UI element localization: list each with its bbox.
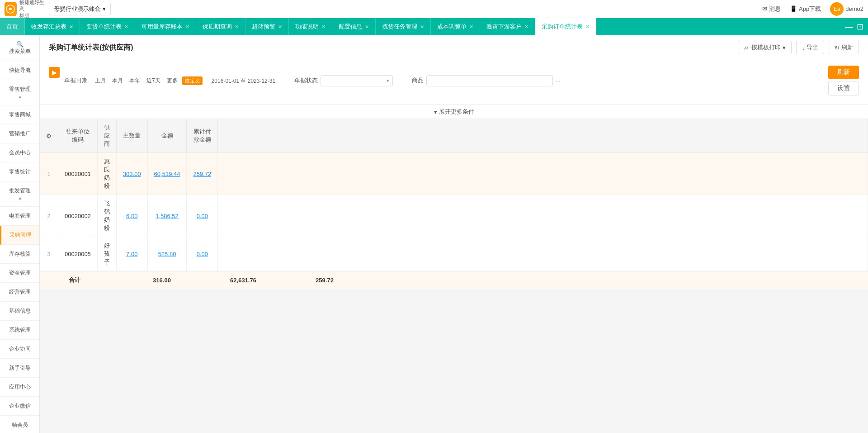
sidebar-item-lingshou-mgmt[interactable]: 零售管理 ▲	[0, 80, 39, 105]
tab-caigou-active[interactable]: 采购订单统计表 ✕	[535, 18, 596, 35]
tab-chaochuyujing[interactable]: 超储预警 ✕	[245, 18, 289, 35]
row-qty[interactable]: 7.00	[116, 237, 147, 271]
row-supplier: 惠氏奶粉	[97, 153, 116, 195]
date-shortcut-7days[interactable]: 近7天	[145, 76, 162, 86]
row-qty[interactable]: 303.00	[116, 153, 147, 195]
close-icon[interactable]: ✕	[365, 24, 369, 30]
tab-gongnengshuoming[interactable]: 功能说明 ✕	[289, 18, 332, 35]
export-icon: ↓	[802, 44, 805, 51]
sidebar-item-qiye[interactable]: 企业协同	[0, 340, 39, 359]
row-paid[interactable]: 259.72	[187, 153, 218, 195]
user-profile[interactable]: Ea demo2	[830, 2, 863, 16]
table-area: ⚙ 往来单位编码 供应商 主数量 金额 累计付款金额 1 00020001 惠氏…	[40, 119, 868, 289]
date-shortcut-this-month[interactable]: 本月	[110, 76, 125, 86]
row-paid[interactable]: 0.00	[187, 237, 218, 271]
sidebar-item-kuaijie[interactable]: 快捷导航	[0, 61, 39, 80]
date-custom-tag[interactable]: 自定义	[182, 76, 203, 85]
row-amount[interactable]: 1,586.52	[147, 195, 187, 237]
sidebar-item-kucun[interactable]: 库存核算	[0, 245, 39, 264]
workspace-selector[interactable]: 母婴行业演示账套 ▾	[49, 3, 111, 15]
filter-area: ▶ 单据日期 上月 本月 本年 近7天 更多 自定义 2016-01-01 至 …	[40, 60, 868, 105]
row-code: 00020002	[58, 195, 98, 237]
sidebar-item-search[interactable]: 🔍 搜索菜单	[0, 35, 39, 61]
tab-yaoqing[interactable]: 邀请下游客户 ✕	[480, 18, 535, 35]
refresh-button[interactable]: ↻ 刷新	[829, 41, 859, 54]
footer-label: 合计	[46, 276, 80, 284]
sidebar-item-changhui[interactable]: 畅会员	[0, 416, 39, 433]
sidebar-item-lingshou-stat[interactable]: 零售统计	[0, 162, 39, 181]
sidebar-item-jichuinfo[interactable]: 基础信息	[0, 302, 39, 321]
print-button[interactable]: 🖨 按模板打印 ▾	[738, 41, 792, 54]
close-icon[interactable]: ✕	[235, 24, 239, 30]
page-title: 采购订单统计表(按供应商)	[49, 43, 133, 52]
close-icon[interactable]: ✕	[420, 24, 424, 30]
message-button[interactable]: ✉ 消息	[762, 5, 781, 13]
date-shortcut-this-year[interactable]: 本年	[127, 76, 142, 86]
sidebar-item-yingyong[interactable]: 应用中心	[0, 378, 39, 397]
close-icon[interactable]: ✕	[124, 24, 128, 30]
row-extra	[218, 195, 868, 237]
row-amount[interactable]: 60,519.44	[147, 153, 187, 195]
close-icon[interactable]: ✕	[469, 24, 473, 30]
query-button[interactable]: 刷新	[828, 66, 859, 79]
col-gear-header: ⚙	[40, 119, 58, 153]
close-icon[interactable]: ✕	[69, 24, 73, 30]
row-code: 00020001	[58, 153, 98, 195]
sidebar-item-zijin[interactable]: 资金管理	[0, 264, 39, 283]
date-shortcuts: 上月 本月 本年 近7天 更多 自定义	[93, 76, 203, 86]
filter-row-1: 单据日期 上月 本月 本年 近7天 更多 自定义 2016-01-01 至 20…	[64, 66, 859, 95]
tab-yaohuo[interactable]: 要货单统计表 ✕	[80, 18, 135, 35]
tab-jianhuo[interactable]: 拣货任务管理 ✕	[376, 18, 431, 35]
close-icon[interactable]: ✕	[524, 24, 528, 30]
status-filter: 单据状态	[294, 75, 393, 86]
logo-icon	[5, 2, 17, 16]
row-amount[interactable]: 525.80	[147, 237, 187, 271]
tab-chengben[interactable]: 成本调整单 ✕	[431, 18, 480, 35]
filter-toggle-button[interactable]: ▶	[49, 67, 60, 78]
status-select[interactable]	[321, 75, 393, 86]
close-icon[interactable]: ✕	[585, 24, 590, 30]
avatar: Ea	[830, 2, 844, 16]
sidebar-item-xitong[interactable]: 系统管理	[0, 321, 39, 340]
gear-icon[interactable]: ⚙	[46, 133, 52, 139]
app-download-button[interactable]: 📱 App下载	[790, 5, 821, 13]
date-shortcut-last-month[interactable]: 上月	[93, 76, 108, 86]
tab-keyongliang[interactable]: 可用量库存账本 ✕	[135, 18, 196, 35]
goods-input[interactable]	[426, 75, 553, 86]
tab-peizhi[interactable]: 配置信息 ✕	[332, 18, 376, 35]
sidebar-item-huiyuan[interactable]: 会员中心	[0, 143, 39, 162]
maximize-icon[interactable]: ⊡	[857, 22, 863, 32]
minimize-icon[interactable]: —	[845, 22, 853, 32]
expand-more-button[interactable]: ▾ 展开更多条件	[40, 105, 868, 119]
sidebar: 🔍 搜索菜单 快捷导航 零售管理 ▲ 零售商城 营销推广 会员中心 零售统计 批…	[0, 35, 40, 433]
sidebar-item-dianshang[interactable]: 电商管理	[0, 207, 39, 226]
sidebar-item-yingxiao[interactable]: 营销推广	[0, 124, 39, 143]
sidebar-item-lingshou-mall[interactable]: 零售商城	[0, 105, 39, 124]
sidebar-item-xinshou[interactable]: 新手引导	[0, 359, 39, 378]
tab-home[interactable]: 首页	[0, 18, 25, 35]
sidebar-item-jingying[interactable]: 经营管理	[0, 283, 39, 302]
close-icon[interactable]: ✕	[185, 24, 189, 30]
close-icon[interactable]: ✕	[321, 24, 326, 30]
nav-tabs-actions: — ⊡	[845, 22, 868, 32]
expand-arrow-icon: ▲	[18, 195, 23, 200]
tab-baozhiqi[interactable]: 保质期查询 ✕	[196, 18, 245, 35]
date-shortcut-more[interactable]: 更多	[165, 76, 179, 86]
row-supplier: 好孩子	[97, 237, 116, 271]
sidebar-item-weixin[interactable]: 企业微信	[0, 397, 39, 416]
sidebar-item-pifa[interactable]: 批发管理 ▲	[0, 181, 39, 207]
col-extra-header	[218, 119, 868, 153]
settings-button[interactable]: 设置	[828, 81, 859, 95]
refresh-icon: ↻	[835, 44, 840, 51]
export-button[interactable]: ↓ 导出	[796, 41, 825, 54]
col-amount-header: 金额	[147, 119, 187, 153]
row-qty[interactable]: 6.00	[116, 195, 147, 237]
col-paid-header: 累计付款金额	[187, 119, 218, 153]
row-paid[interactable]: 0.00	[187, 195, 218, 237]
goods-more-icon[interactable]: ···	[556, 77, 561, 84]
close-icon[interactable]: ✕	[278, 24, 282, 30]
data-table: ⚙ 往来单位编码 供应商 主数量 金额 累计付款金额 1 00020001 惠氏…	[40, 119, 868, 271]
sidebar-item-caigou[interactable]: 采购管理	[0, 226, 39, 245]
print-icon: 🖨	[744, 44, 750, 51]
tab-shoufacun[interactable]: 收发存汇总表 ✕	[25, 18, 80, 35]
